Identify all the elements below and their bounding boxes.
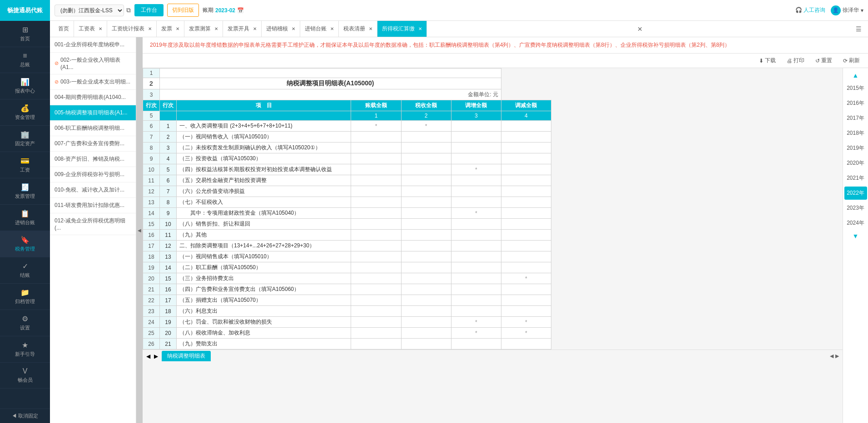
- reset-button[interactable]: ↺ 重置: [813, 55, 835, 66]
- left-panel-item-012[interactable]: 012-减免企业所得税优惠明细(...: [50, 213, 136, 235]
- tab-close-salary-stat[interactable]: ✕: [148, 26, 152, 31]
- left-panel-item-009[interactable]: 009-企业所得税弥补亏损明...: [50, 167, 136, 182]
- tab-close-invoice-open[interactable]: ✕: [253, 26, 257, 31]
- old-version-button[interactable]: 切到旧版: [167, 4, 199, 17]
- panel-toggle-btn[interactable]: ◀: [136, 37, 143, 423]
- sidebar-nav: ⊞ 首页 ≡ 总账 📊 报表中心 💰 资金管理 🏢 固定资产 💳 工资 🧾 发票…: [0, 21, 50, 408]
- year-2018[interactable]: 2018年: [844, 127, 867, 140]
- tab-inbound-ledger[interactable]: 进销台账 ✕: [300, 21, 339, 37]
- sidebar-item-salary[interactable]: 💳 工资: [0, 152, 50, 178]
- download-button[interactable]: ⬇ 下载: [756, 55, 779, 66]
- table-row: 24 19 （七）罚金、罚款和被没收财物的损失 * *: [143, 317, 551, 328]
- tab-salary-table[interactable]: 工资表 ✕: [74, 21, 107, 37]
- data-table: 1 2 纳税调整项目明细表(A105000) 3 金额单位: 元: [143, 68, 551, 349]
- sheet-tab-tax-adjust[interactable]: 纳税调整明细表: [162, 351, 211, 361]
- tabbar-menu[interactable]: ☰: [853, 25, 864, 33]
- home-icon: ⊞: [22, 25, 28, 34]
- print-button[interactable]: 🖨 打印: [784, 55, 807, 66]
- sidebar-item-fixed-assets[interactable]: 🏢 固定资产: [0, 126, 50, 152]
- tabbar-close-all[interactable]: ✕: [635, 25, 645, 33]
- sheet-nav-prev[interactable]: ◀: [146, 353, 150, 359]
- scroll-left-icon[interactable]: ◀: [830, 353, 833, 359]
- sidebar-item-inbound-ledger[interactable]: 📋 进销台账: [0, 205, 50, 231]
- refresh-button[interactable]: ⟳ 刷新: [840, 55, 863, 66]
- sidebar-item-tax-mgmt[interactable]: 🔖 税务管理: [0, 231, 50, 257]
- left-panel-item-010[interactable]: 010-免税、减计收入及加计...: [50, 182, 136, 198]
- tab-close-income-tax[interactable]: ✕: [418, 26, 422, 31]
- col-header-xm: 项 目: [177, 100, 351, 111]
- sidebar-item-label: 结账: [20, 272, 30, 279]
- year-up-btn[interactable]: ▲: [851, 70, 861, 81]
- sidebar-item-archive-mgmt[interactable]: 📁 归档管理: [0, 284, 50, 310]
- year-2020[interactable]: 2020年: [844, 157, 867, 170]
- calendar-icon[interactable]: 📅: [237, 7, 244, 14]
- sidebar-item-general-ledger[interactable]: ≡ 总账: [0, 47, 50, 73]
- warn-icon-003: ⊘: [55, 79, 59, 85]
- left-panel-item-003[interactable]: ⊘ 003-一般企业成本支出明细...: [50, 74, 136, 90]
- left-panel-item-005[interactable]: 005-纳税调整项目明细表(A1...: [50, 105, 136, 121]
- toolbar-bar: ⬇ 下载 🖨 打印 ↺ 重置 ⟳ 刷新: [143, 54, 868, 68]
- company-dropdown[interactable]: (勿删）江西股金-LSS: [55, 5, 124, 16]
- sidebar-item-report-center[interactable]: 📊 报表中心: [0, 73, 50, 99]
- tab-invoice[interactable]: 发票 ✕: [157, 21, 184, 37]
- tab-income-tax[interactable]: 所得税汇算缴 ✕: [377, 21, 427, 37]
- tab-salary-stat[interactable]: 工资统计报表 ✕: [107, 21, 157, 37]
- table-title: 纳税调整项目明细表(A105000): [160, 78, 501, 89]
- sidebar-item-invoice-mgmt[interactable]: 🧾 发票管理: [0, 178, 50, 205]
- year-2021[interactable]: 2021年: [844, 172, 867, 185]
- sidebar-item-label: 畅会员: [18, 377, 33, 384]
- year-panel: ▲ 2015年 2016年 2017年 2018年 2019年 2020年 20…: [843, 68, 868, 423]
- year-2015[interactable]: 2015年: [844, 82, 867, 95]
- left-panel-item-008[interactable]: 008-资产折旧、摊销及纳税...: [50, 152, 136, 167]
- sidebar-logo: 畅捷通易代账: [0, 0, 50, 21]
- tab-home[interactable]: 首页: [54, 21, 74, 37]
- year-2017[interactable]: 2017年: [844, 112, 867, 125]
- year-2019[interactable]: 2019年: [844, 142, 867, 155]
- user-info[interactable]: 👤 徐泽华 ▾: [831, 5, 863, 15]
- customer-service-link[interactable]: 🎧 人工咨询: [795, 6, 825, 14]
- year-2022[interactable]: 2022年: [844, 187, 867, 200]
- col-header-hangci: 行次: [160, 100, 177, 111]
- notice-bar: 2019年度涉及取以前年度维错数据的申报表单元格需要手工维护正确，才能保证本年及…: [143, 37, 868, 54]
- username-label: 徐泽华: [843, 6, 859, 14]
- tab-close-inbound-check[interactable]: ✕: [292, 26, 295, 31]
- tab-close-invoice-calc[interactable]: ✕: [214, 26, 218, 31]
- tab-close-salary-table[interactable]: ✕: [99, 26, 102, 31]
- headset-icon: 🎧: [795, 7, 802, 13]
- left-panel-item-006[interactable]: 006-职工薪酬纳税调整明细...: [50, 121, 136, 136]
- left-panel-item-002[interactable]: ⊘ 002-一般企业收入明细表(A1...: [50, 53, 136, 74]
- copy-icon[interactable]: ⧉: [126, 6, 131, 14]
- sidebar-item-home[interactable]: ⊞ 首页: [0, 21, 50, 47]
- sidebar-item-new-guide[interactable]: ★ 新手引导: [0, 336, 50, 363]
- sheet-nav-next[interactable]: ▶: [154, 353, 158, 359]
- tab-close-invoice[interactable]: ✕: [176, 26, 179, 31]
- year-down-btn[interactable]: ▼: [851, 231, 861, 241]
- sidebar-item-member[interactable]: V 畅会员: [0, 363, 50, 389]
- tab-invoice-calc[interactable]: 发票测算 ✕: [184, 21, 223, 37]
- left-panel-item-007[interactable]: 007-广告费和业务宣传费附...: [50, 136, 136, 152]
- table-row: 8 3 （二）未按权责发生制原则确认的收入（填写A105020①）: [143, 143, 551, 153]
- left-panel-item-001[interactable]: 001-企业所得税年度纳税申...: [50, 37, 136, 53]
- tab-invoice-open[interactable]: 发票开具 ✕: [223, 21, 262, 37]
- year-2023[interactable]: 2023年: [844, 202, 867, 215]
- tab-tax-clearance[interactable]: 税表清册 ✕: [339, 21, 377, 37]
- sidebar-item-label: 归档管理: [15, 298, 35, 305]
- year-2024[interactable]: 2024年: [844, 216, 867, 230]
- year-2016[interactable]: 2016年: [844, 97, 867, 110]
- table-row: 13 8 （七）不征税收入: [143, 197, 551, 208]
- scroll-right-icon[interactable]: ▶: [835, 353, 839, 359]
- left-panel: 001-企业所得税年度纳税申... ⊘ 002-一般企业收入明细表(A1... …: [50, 37, 136, 423]
- sidebar-item-settlement[interactable]: ✓ 结账: [0, 257, 50, 284]
- left-panel-item-011[interactable]: 011-研发费用加计扣除优惠...: [50, 198, 136, 213]
- table-row: 10 5 （四）按权益法核算长期股权投资对初始投资成本调整确认收益 *: [143, 164, 551, 175]
- sheet-main[interactable]: 1 2 纳税调整项目明细表(A105000) 3 金额单位: 元: [143, 68, 843, 423]
- workbench-button[interactable]: 工作台: [134, 4, 164, 16]
- sidebar-item-settings[interactable]: ⚙ 设置: [0, 310, 50, 336]
- sidebar-collapse-btn[interactable]: ◀ 取消固定: [0, 408, 50, 423]
- tab-close-tax-clearance[interactable]: ✕: [369, 26, 372, 31]
- sidebar-item-fund-mgmt[interactable]: 💰 资金管理: [0, 99, 50, 126]
- table-row: 20 15 （三）业务招待费支出 *: [143, 273, 551, 284]
- tab-close-inbound-ledger[interactable]: ✕: [330, 26, 334, 31]
- left-panel-item-004[interactable]: 004-期间费用明细表(A1040...: [50, 90, 136, 105]
- tab-inbound-check[interactable]: 进销稽核 ✕: [262, 21, 300, 37]
